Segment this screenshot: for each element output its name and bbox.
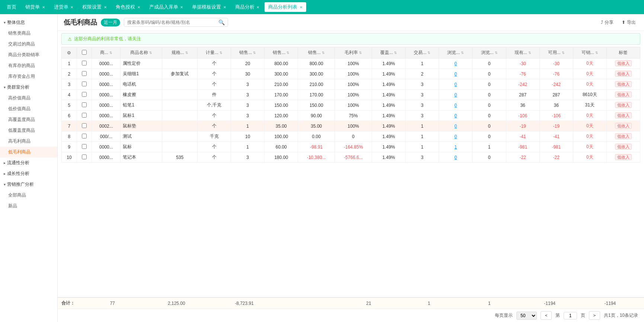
cell-browse1[interactable]: 0 bbox=[439, 100, 472, 111]
nav-home[interactable]: 首页 bbox=[3, 2, 20, 12]
row-checkbox[interactable] bbox=[82, 144, 87, 149]
nav-product-analysis[interactable]: 商品分析 ✕ bbox=[231, 2, 263, 12]
th-browse1[interactable]: 浏览...⇅ bbox=[439, 47, 472, 58]
cell-name[interactable]: 鼠标 bbox=[121, 142, 162, 152]
sidebar-item-high-margin[interactable]: 高毛利商品 bbox=[0, 136, 57, 147]
cell-checkbox[interactable] bbox=[77, 121, 92, 131]
share-button[interactable]: ⤴ 分享 bbox=[599, 18, 616, 27]
sidebar-item-in-stock[interactable]: 有库存的商品 bbox=[0, 60, 57, 71]
cell-checkbox[interactable] bbox=[77, 100, 92, 111]
sidebar-section-marketing[interactable]: ▾ 营销推广分析 bbox=[0, 179, 57, 190]
export-button[interactable]: ⬆ 导出 bbox=[619, 18, 638, 27]
nav-roles[interactable]: 角色授权 ✕ bbox=[112, 2, 144, 12]
row-checkbox[interactable] bbox=[82, 113, 87, 118]
th-current[interactable]: 现有...⇅ bbox=[506, 47, 539, 58]
row-checkbox[interactable] bbox=[82, 82, 87, 86]
th-unit[interactable]: 计量...⇅ bbox=[198, 47, 231, 58]
nav-product-analysis-list-close[interactable]: ✕ bbox=[299, 5, 302, 9]
th-name[interactable]: 商品名称⇅ bbox=[121, 47, 162, 58]
search-box[interactable]: 🔍 bbox=[124, 18, 228, 27]
sidebar-section-overall[interactable]: ▾ 整体信息 bbox=[0, 17, 57, 28]
th-settings[interactable]: ⚙ bbox=[62, 47, 77, 58]
cell-checkbox[interactable] bbox=[77, 90, 92, 100]
nav-products-in-close[interactable]: ✕ bbox=[180, 5, 183, 9]
cell-browse1[interactable]: 0 bbox=[439, 152, 472, 163]
cell-browse1[interactable]: 0 bbox=[439, 111, 472, 121]
nav-templates[interactable]: 单据模板设置 ✕ bbox=[188, 2, 230, 12]
cell-name[interactable]: 笔记本 bbox=[121, 152, 162, 163]
cell-browse1[interactable]: 1 bbox=[439, 142, 472, 152]
sidebar-item-sales-goods[interactable]: 销售类商品 bbox=[0, 28, 57, 39]
search-input[interactable] bbox=[127, 20, 216, 25]
nav-product-analysis-list[interactable]: 商品分析列表 ✕ bbox=[265, 2, 306, 12]
per-page-select[interactable]: 50 100 200 bbox=[516, 312, 537, 320]
cell-checkbox[interactable] bbox=[77, 142, 92, 152]
sidebar-item-high-value[interactable]: 高价值商品 bbox=[0, 93, 57, 103]
row-checkbox[interactable] bbox=[82, 123, 87, 128]
th-checkbox[interactable] bbox=[77, 47, 92, 58]
th-gross-rate[interactable]: 毛利率⇅ bbox=[335, 47, 372, 58]
row-checkbox[interactable] bbox=[82, 102, 87, 107]
cell-browse1[interactable]: 0 bbox=[439, 69, 472, 79]
th-trade[interactable]: 交易...⇅ bbox=[406, 47, 439, 58]
page-number-input[interactable] bbox=[564, 312, 577, 319]
prev-page-button[interactable]: ＜ bbox=[541, 311, 552, 320]
nav-product-analysis-close[interactable]: ✕ bbox=[256, 5, 259, 9]
cell-browse1[interactable]: 0 bbox=[439, 58, 472, 69]
nav-sales-close[interactable]: ✕ bbox=[42, 5, 45, 9]
sidebar-item-low-coverage[interactable]: 低覆盖度商品 bbox=[0, 125, 57, 136]
th-spec[interactable]: 规格...⇅ bbox=[162, 47, 198, 58]
th-browse2[interactable]: 浏览...⇅ bbox=[472, 47, 506, 58]
row-checkbox[interactable] bbox=[82, 71, 87, 76]
cell-name[interactable]: 吴细细1 bbox=[121, 69, 162, 79]
cell-browse1[interactable]: 0 bbox=[439, 90, 472, 100]
cell-name[interactable]: 属性定价 bbox=[121, 58, 162, 69]
sidebar-section-flow[interactable]: ▸ 流通性分析 bbox=[0, 157, 57, 168]
th-code[interactable]: 商...⇅ bbox=[92, 47, 121, 58]
cell-browse1[interactable]: 0 bbox=[439, 131, 472, 142]
cell-name[interactable]: 电话机 bbox=[121, 79, 162, 90]
row-checkbox[interactable] bbox=[82, 154, 87, 159]
sidebar-item-category-rate[interactable]: 商品分类助销率 bbox=[0, 50, 57, 60]
sidebar-item-traded-goods[interactable]: 交易过的商品 bbox=[0, 39, 57, 50]
cell-name[interactable]: 鼠标1 bbox=[121, 111, 162, 121]
sidebar-item-new-goods[interactable]: 新品 bbox=[0, 201, 57, 211]
cell-name[interactable]: 鼠标垫 bbox=[121, 121, 162, 131]
cell-checkbox[interactable] bbox=[77, 111, 92, 121]
nav-templates-close[interactable]: ✕ bbox=[223, 5, 226, 9]
sidebar-section-growth[interactable]: ▸ 成长性分析 bbox=[0, 168, 57, 179]
th-sellable[interactable]: 可销...⇅ bbox=[573, 47, 606, 58]
cell-name[interactable]: 橡皮擦 bbox=[121, 90, 162, 100]
sidebar-item-low-margin[interactable]: 低毛利商品 bbox=[0, 147, 57, 157]
select-all-checkbox[interactable] bbox=[82, 50, 87, 55]
sidebar-section-cluster[interactable]: ▾ 类群室分析 bbox=[0, 82, 57, 93]
nav-permissions-close[interactable]: ✕ bbox=[104, 5, 107, 9]
cell-browse1[interactable]: 0 bbox=[439, 79, 472, 90]
sidebar-item-all-goods[interactable]: 全部商品 bbox=[0, 190, 57, 201]
cell-checkbox[interactable] bbox=[77, 69, 92, 79]
next-page-button[interactable]: ＞ bbox=[589, 311, 600, 320]
row-checkbox[interactable] bbox=[82, 92, 87, 97]
nav-sales[interactable]: 销货单 ✕ bbox=[22, 2, 49, 12]
nav-permissions[interactable]: 权限设置 ✕ bbox=[79, 2, 110, 12]
cell-browse1[interactable]: 0 bbox=[439, 121, 472, 131]
row-checkbox[interactable] bbox=[82, 61, 87, 66]
cell-checkbox[interactable] bbox=[77, 152, 92, 163]
nav-products-in[interactable]: 产成品入库单 ✕ bbox=[145, 2, 187, 12]
th-coverage[interactable]: 覆盖...⇅ bbox=[372, 47, 406, 58]
nav-roles-close[interactable]: ✕ bbox=[137, 5, 140, 9]
filter-tag-month[interactable]: 近一月 bbox=[101, 19, 120, 26]
nav-purchase-close[interactable]: ✕ bbox=[70, 5, 73, 9]
cell-name[interactable]: 铅笔1 bbox=[121, 100, 162, 111]
cell-checkbox[interactable] bbox=[77, 131, 92, 142]
th-sales-price[interactable]: 销售...⇅ bbox=[265, 47, 298, 58]
cell-checkbox[interactable] bbox=[77, 58, 92, 69]
th-sales-amount[interactable]: 销售...⇅ bbox=[298, 47, 335, 58]
th-available[interactable]: 可用...⇅ bbox=[539, 47, 573, 58]
row-checkbox[interactable] bbox=[82, 134, 87, 138]
sidebar-item-capital[interactable]: 库存资金占用 bbox=[0, 71, 57, 82]
sidebar-item-low-value[interactable]: 低价值商品 bbox=[0, 103, 57, 114]
th-sales-qty[interactable]: 销售...⇅ bbox=[231, 47, 265, 58]
cell-name[interactable]: 测试 bbox=[121, 131, 162, 142]
th-tag[interactable]: 标签 bbox=[606, 47, 640, 58]
